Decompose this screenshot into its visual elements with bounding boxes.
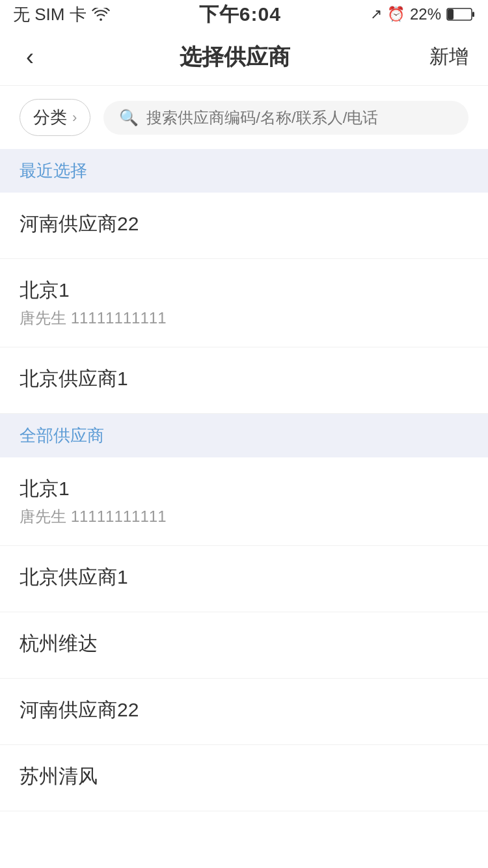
item-name: 北京供应商1 <box>20 366 468 392</box>
list-item[interactable]: 北京1 唐先生 11111111111 <box>0 259 488 347</box>
list-item[interactable]: 北京供应商1 <box>0 546 488 612</box>
recent-section-label: 最近选择 <box>20 161 87 180</box>
item-contact: 唐先生 11111111111 <box>20 308 468 329</box>
back-button[interactable]: ‹ <box>20 37 40 77</box>
chevron-right-icon: › <box>72 109 77 126</box>
search-input[interactable] <box>146 109 453 127</box>
battery-text: 22% <box>410 5 441 23</box>
item-name: 北京供应商1 <box>20 564 468 591</box>
add-button[interactable]: 新增 <box>429 44 468 70</box>
list-item[interactable]: 北京供应商1 <box>0 347 488 414</box>
nav-bar: ‹ 选择供应商 新增 <box>0 29 488 86</box>
carrier-text: 无 SIM 卡 <box>13 3 87 26</box>
item-name: 河南供应商22 <box>20 697 468 724</box>
list-item[interactable]: 北京1 唐先生 11111111111 <box>0 457 488 546</box>
location-icon: ↗ <box>370 6 382 23</box>
list-item[interactable]: 杭州维达 <box>0 612 488 679</box>
all-section-header: 全部供应商 <box>0 414 488 457</box>
status-carrier: 无 SIM 卡 <box>13 3 110 26</box>
status-icons: ↗ ⏰ 22% <box>370 5 475 23</box>
category-filter-button[interactable]: 分类 › <box>20 99 90 136</box>
search-icon: 🔍 <box>119 109 139 127</box>
item-name: 河南供应商22 <box>20 211 468 237</box>
recent-section-header: 最近选择 <box>0 149 488 193</box>
battery-icon <box>446 7 475 21</box>
alarm-icon: ⏰ <box>387 6 405 23</box>
status-time: 下午6:04 <box>199 1 281 28</box>
svg-rect-1 <box>448 9 454 20</box>
item-name: 杭州维达 <box>20 631 468 657</box>
all-list: 北京1 唐先生 11111111111 北京供应商1 杭州维达 河南供应商22 … <box>0 457 488 811</box>
svg-rect-2 <box>472 12 474 17</box>
list-item[interactable]: 苏州清风 <box>0 745 488 811</box>
all-section-label: 全部供应商 <box>20 426 104 445</box>
item-name: 北京1 <box>20 476 468 502</box>
item-name: 苏州清风 <box>20 763 468 790</box>
status-bar: 无 SIM 卡 下午6:04 ↗ ⏰ 22% <box>0 0 488 29</box>
search-area: 分类 › 🔍 <box>0 86 488 149</box>
recent-list: 河南供应商22 北京1 唐先生 11111111111 北京供应商1 <box>0 193 488 414</box>
search-box: 🔍 <box>103 101 468 135</box>
item-name: 北京1 <box>20 277 468 304</box>
list-item[interactable]: 河南供应商22 <box>0 679 488 745</box>
list-item[interactable]: 河南供应商22 <box>0 193 488 259</box>
category-label: 分类 <box>33 106 67 129</box>
page-title: 选择供应商 <box>180 42 290 72</box>
item-contact: 唐先生 11111111111 <box>20 506 468 527</box>
wifi-icon <box>92 8 110 21</box>
